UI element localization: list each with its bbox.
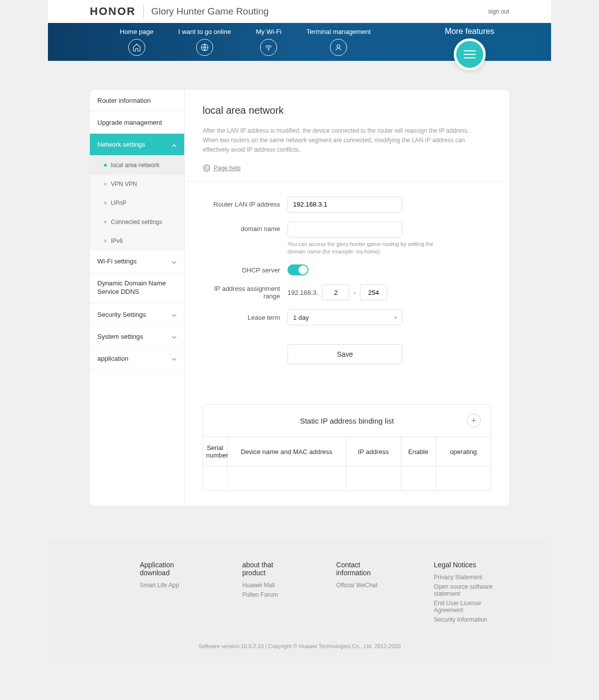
footer: Application download Smart Life App abou…	[48, 541, 551, 664]
nav-home-label: Home page	[120, 28, 153, 35]
range-separator: -	[353, 289, 355, 296]
nav-terminal[interactable]: Terminal management	[306, 28, 371, 56]
footer-link-smartlife[interactable]: Smart Life App	[140, 582, 197, 589]
page-help[interactable]: ? Page help	[203, 164, 491, 172]
sidebar-sub-connected[interactable]: Connected settings	[90, 213, 184, 232]
content-panel: local area network After the LAN IP addr…	[185, 90, 509, 506]
lan-ip-label: Router LAN IP address	[203, 201, 288, 208]
col-operating: operating	[436, 437, 491, 467]
range-end-input[interactable]	[360, 284, 387, 300]
footer-col2-title: about that product	[242, 561, 291, 577]
chevron-down-icon	[172, 259, 177, 264]
col-device: Device name and MAC address	[227, 437, 346, 467]
divider	[185, 181, 509, 182]
sidebar: Router information Upgrade management Ne…	[90, 90, 185, 506]
nav-online-label: I want to go online	[178, 28, 231, 35]
col-ip: IP address	[346, 437, 401, 467]
home-icon	[128, 39, 145, 56]
page-title: local area network	[203, 105, 491, 116]
range-start-input[interactable]	[322, 284, 349, 300]
footer-col1-title: Application download	[140, 561, 197, 577]
footer-copyright: Software version:10.0.2.33 | Copyright ©…	[48, 643, 551, 649]
domain-hint: You can access the glory hunter game rou…	[288, 240, 447, 256]
sidebar-item-upgrade[interactable]: Upgrade management	[90, 112, 184, 134]
lease-value: 1 day	[293, 314, 309, 321]
brand-logo: HONOR	[90, 5, 136, 18]
hamburger-button[interactable]	[454, 38, 486, 70]
svg-point-1	[269, 49, 270, 50]
static-ip-table-section: Static IP address binding list + Serial …	[203, 404, 491, 491]
sidebar-item-network-settings[interactable]: Network settings	[90, 134, 184, 156]
header: HONOR Glory Hunter Game Routing sign out	[48, 0, 551, 23]
table-title: Static IP address binding list	[300, 417, 394, 425]
nav-online[interactable]: I want to go online	[178, 28, 231, 56]
footer-link-opensource[interactable]: Open source software statement	[434, 583, 509, 597]
static-ip-table: Serial number Device name and MAC addres…	[203, 437, 491, 490]
navbar: Home page I want to go online My Wi-Fi T…	[48, 23, 551, 61]
chevron-up-icon	[172, 142, 177, 147]
main-container: Router information Upgrade management Ne…	[90, 90, 509, 506]
svg-point-2	[337, 45, 340, 48]
col-serial: Serial number	[203, 437, 227, 467]
dhcp-toggle[interactable]	[288, 264, 308, 275]
sidebar-item-application[interactable]: application	[90, 348, 184, 370]
sidebar-item-ddns[interactable]: Dynamic Domain Name Service DDNS	[90, 272, 184, 304]
dhcp-label: DHCP server	[203, 266, 288, 274]
nav-more-features[interactable]: More features	[445, 23, 494, 70]
footer-link-forum[interactable]: Pollen Forum	[242, 591, 291, 598]
page-help-link[interactable]: Page help	[214, 165, 241, 172]
help-icon: ?	[203, 164, 211, 172]
range-label: IP address assignment range	[203, 285, 288, 300]
col-enable: Enable	[401, 437, 436, 467]
product-name: Glory Hunter Game Routing	[151, 6, 269, 17]
footer-link-security[interactable]: Security Information	[434, 616, 509, 623]
sidebar-item-router-info[interactable]: Router information	[90, 90, 184, 112]
sidebar-sub-lan[interactable]: local area network	[90, 156, 184, 175]
more-features-label: More features	[445, 27, 494, 36]
chevron-down-icon	[172, 334, 177, 339]
footer-link-wechat[interactable]: Official WeChat	[336, 582, 389, 589]
footer-link-mall[interactable]: Huawei Mall	[242, 582, 291, 589]
add-button[interactable]: +	[467, 414, 481, 428]
chevron-down-icon: ▾	[394, 315, 397, 320]
lease-label: Lease term	[203, 314, 288, 321]
footer-link-privacy[interactable]: Privacy Statement	[434, 574, 509, 581]
nav-terminal-label: Terminal management	[306, 28, 371, 35]
lease-select[interactable]: 1 day ▾	[288, 309, 402, 325]
sidebar-item-system[interactable]: System settings	[90, 326, 184, 348]
footer-link-eula[interactable]: End User License Agreement	[434, 600, 509, 614]
sidebar-item-wifi[interactable]: Wi-Fi settings	[90, 250, 184, 272]
divider	[143, 4, 144, 18]
nav-home[interactable]: Home page	[120, 28, 153, 56]
domain-input[interactable]	[288, 222, 402, 237]
nav-wifi-label: My Wi-Fi	[256, 28, 282, 35]
user-icon	[330, 39, 347, 56]
sidebar-sub-upnp[interactable]: UPnP	[90, 194, 184, 213]
wifi-icon	[260, 39, 277, 56]
range-prefix: 192.168.3.	[288, 289, 318, 296]
table-row	[203, 467, 491, 490]
domain-label: domain name	[203, 222, 288, 233]
nav-wifi[interactable]: My Wi-Fi	[256, 28, 282, 56]
lan-ip-input[interactable]	[288, 197, 402, 213]
footer-col3-title: Contact information	[336, 561, 389, 577]
page-description: After the LAN IP address is modified, th…	[203, 126, 482, 155]
sidebar-item-security[interactable]: Security Settings	[90, 304, 184, 326]
sidebar-sub-ipv6[interactable]: IPv6	[90, 232, 184, 250]
signout-link[interactable]: sign out	[488, 8, 509, 15]
chevron-down-icon	[172, 356, 177, 361]
chevron-down-icon	[172, 312, 177, 317]
footer-col4-title: Legal Notices	[434, 561, 509, 569]
sidebar-sub-vpn[interactable]: VPN VPN	[90, 175, 184, 194]
hamburger-icon	[464, 50, 476, 58]
save-button[interactable]: Save	[288, 344, 402, 364]
globe-icon	[196, 39, 213, 56]
